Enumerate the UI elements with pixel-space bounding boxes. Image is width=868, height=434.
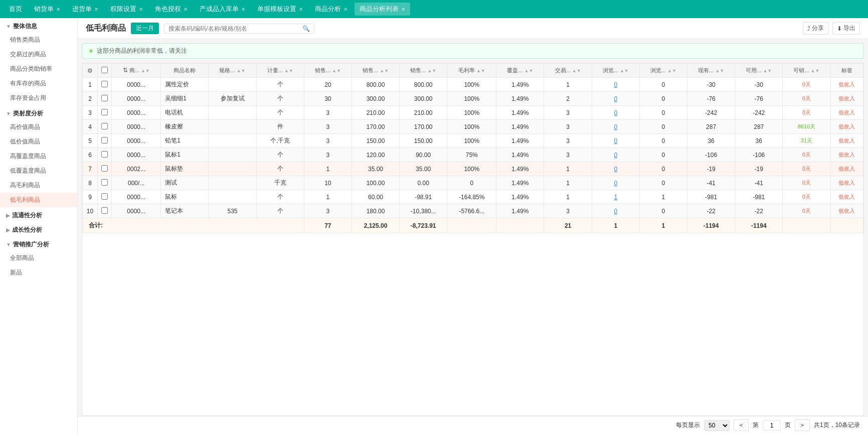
th-sales-amount[interactable]: 销售... ▲▼ — [400, 64, 447, 78]
td-browse1[interactable]: 0 — [592, 78, 639, 92]
th-code[interactable]: ⇅ 商... ▲▼ — [112, 64, 161, 78]
share-button[interactable]: ⤴ 分享 — [803, 22, 828, 35]
sidebar-item-low-profit[interactable]: 低毛利商品 — [0, 193, 77, 207]
nav-template[interactable]: 单据模板设置 ✕ — [252, 3, 308, 16]
sidebar-group-circulation[interactable]: ▶ 流通性分析 — [0, 207, 77, 222]
nav-purchase[interactable]: 进货单 ✕ — [67, 3, 103, 16]
td-unit: 个 — [256, 106, 304, 120]
td-browse1[interactable]: 0 — [592, 120, 639, 134]
period-button[interactable]: 近一月 — [131, 23, 159, 34]
td-checkbox[interactable] — [98, 92, 112, 106]
settings-icon[interactable]: ⚙ — [87, 67, 93, 74]
th-sales-price[interactable]: 销售... ▲▼ — [352, 64, 399, 78]
td-browse1[interactable]: 0 — [592, 106, 639, 120]
sidebar-item-high-value[interactable]: 高价值商品 — [0, 120, 77, 134]
td-checkbox[interactable] — [98, 106, 112, 120]
row-checkbox[interactable] — [101, 123, 108, 129]
th-browse1[interactable]: 浏览... ▲▼ — [592, 64, 639, 78]
th-unit[interactable]: 计量... ▲▼ — [256, 64, 304, 78]
sidebar-item-in-stock[interactable]: 有库存的商品 — [0, 76, 77, 91]
nav-goods-list[interactable]: 商品分析列表 ✕ — [355, 3, 410, 16]
sidebar-item-sales-goods[interactable]: 销售类商品 — [0, 33, 77, 47]
td-browse1[interactable]: 0 — [592, 162, 639, 176]
th-checkbox[interactable] — [98, 64, 112, 78]
sidebar-item-new-goods[interactable]: 新品 — [0, 265, 77, 280]
next-page-btn[interactable]: ＞ — [795, 419, 810, 431]
prev-page-btn[interactable]: ＜ — [734, 419, 749, 431]
nav-sales-close[interactable]: ✕ — [56, 7, 60, 12]
th-tag[interactable]: 标签 — [830, 64, 863, 78]
nav-home[interactable]: 首页 — [4, 3, 27, 16]
sidebar-item-capital[interactable]: 库存资金占用 — [0, 91, 77, 105]
row-checkbox[interactable] — [101, 193, 108, 200]
td-browse1[interactable]: 0 — [592, 148, 639, 162]
page-number-input[interactable] — [763, 420, 781, 430]
row-checkbox[interactable] — [101, 95, 108, 101]
td-coverage: 1.49% — [496, 162, 544, 176]
sidebar-item-low-value[interactable]: 低价值商品 — [0, 134, 77, 149]
row-checkbox[interactable] — [101, 151, 108, 158]
nav-template-close[interactable]: ✕ — [299, 7, 303, 12]
search-icon[interactable]: 🔍 — [302, 25, 310, 32]
th-available[interactable]: 可用... ▲▼ — [735, 64, 783, 78]
sidebar-group-value[interactable]: ▼ 类射度分析 — [0, 105, 77, 120]
nav-purchase-close[interactable]: ✕ — [94, 7, 98, 12]
row-checkbox[interactable] — [101, 109, 108, 115]
td-browse1[interactable]: 0 — [592, 92, 639, 106]
sidebar-item-traded-goods[interactable]: 交易过的商品 — [0, 47, 77, 62]
row-checkbox[interactable] — [101, 165, 108, 172]
th-sellable[interactable]: 可销... ▲▼ — [783, 64, 830, 78]
row-checkbox[interactable] — [101, 207, 108, 214]
th-spec[interactable]: 规格... ▲▼ — [209, 64, 256, 78]
th-trade[interactable]: 交易... ▲▼ — [544, 64, 592, 78]
sidebar-group-marketing[interactable]: ▼ 营销推广分析 — [0, 236, 77, 251]
th-gross-rate[interactable]: 毛利率 ▲▼ — [447, 64, 496, 78]
td-checkbox[interactable] — [98, 78, 112, 92]
td-coverage: 1.49% — [496, 92, 544, 106]
td-checkbox[interactable] — [98, 204, 112, 218]
th-coverage[interactable]: 覆盖... ▲▼ — [496, 64, 544, 78]
td-checkbox[interactable] — [98, 120, 112, 134]
per-page-select[interactable]: 50 100 200 — [704, 420, 730, 431]
td-sales-price: 120.00 — [352, 148, 399, 162]
nav-permission-close[interactable]: ✕ — [139, 7, 143, 12]
sidebar-item-high-profit[interactable]: 高毛利商品 — [0, 178, 77, 193]
th-current-stock[interactable]: 现有... ▲▼ — [687, 64, 735, 78]
td-checkbox[interactable] — [98, 190, 112, 204]
sidebar-item-high-coverage[interactable]: 高覆盖度商品 — [0, 149, 77, 164]
nav-role[interactable]: 角色授权 ✕ — [150, 3, 193, 16]
table-wrapper[interactable]: ⚙ ⇅ 商... ▲▼ 商品名称 规格... ▲▼ 计量... ▲▼ 销售...… — [82, 63, 864, 416]
td-browse1[interactable]: 0 — [592, 134, 639, 148]
nav-sales[interactable]: 销货单 ✕ — [29, 3, 65, 16]
nav-goods-close[interactable]: ✕ — [343, 7, 348, 12]
sidebar-item-category-rate[interactable]: 商品分类助销率 — [0, 62, 77, 76]
nav-goods-analysis[interactable]: 商品分析 ✕ — [310, 3, 353, 16]
th-browse2[interactable]: 浏览... ▲▼ — [639, 64, 687, 78]
export-button[interactable]: ⬇ 导出 — [832, 22, 860, 35]
nav-product-close[interactable]: ✕ — [241, 7, 245, 12]
td-checkbox[interactable] — [98, 134, 112, 148]
row-checkbox[interactable] — [101, 179, 108, 186]
sidebar-item-all-goods[interactable]: 全部商品 — [0, 251, 77, 265]
th-settings[interactable]: ⚙ — [83, 64, 98, 78]
row-checkbox[interactable] — [101, 81, 108, 87]
nav-product-inbound[interactable]: 产成品入库单 ✕ — [195, 3, 250, 16]
nav-role-close[interactable]: ✕ — [184, 7, 188, 12]
nav-permission[interactable]: 权限设置 ✕ — [105, 3, 148, 16]
td-checkbox[interactable] — [98, 162, 112, 176]
td-checkbox[interactable] — [98, 148, 112, 162]
sidebar-group-growth[interactable]: ▶ 成长性分析 — [0, 222, 77, 236]
td-checkbox[interactable] — [98, 176, 112, 190]
td-browse1[interactable]: 1 — [592, 190, 639, 204]
sidebar-item-low-coverage[interactable]: 低覆盖度商品 — [0, 164, 77, 178]
sidebar-group-overall[interactable]: ▼ 整体信息 — [0, 18, 77, 33]
td-browse1[interactable]: 0 — [592, 176, 639, 190]
td-browse1[interactable]: 0 — [592, 204, 639, 218]
th-name[interactable]: 商品名称 — [161, 64, 209, 78]
row-checkbox[interactable] — [101, 137, 108, 143]
nav-goods-list-close[interactable]: ✕ — [401, 7, 405, 12]
th-sales-qty[interactable]: 销售... ▲▼ — [304, 64, 352, 78]
td-available: -242 — [735, 106, 783, 120]
search-input[interactable] — [168, 25, 300, 32]
select-all-checkbox[interactable] — [101, 67, 108, 73]
